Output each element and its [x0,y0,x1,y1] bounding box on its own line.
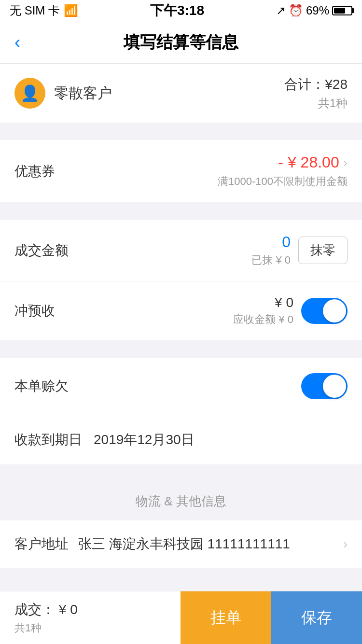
status-bar: 无 SIM 卡 📶 下午3:18 ↗ ⏰ 69% [0,0,362,21]
nav-bar: ‹ 填写结算等信息 [0,21,362,64]
deal-amount-label: 成交金额 [14,241,72,260]
divider3 [0,349,362,358]
total-amount: 合计：¥28 [284,75,348,94]
pre-sub: 应收金额 ¥ 0 [233,312,293,327]
customer-row: 👤 零散客户 合计：¥28 共1种 [0,64,362,123]
bottom-bar: 成交： ¥ 0 共1种 挂单 保存 [0,591,362,644]
status-time: 下午3:18 [150,1,204,20]
total-count: 共1种 [284,96,348,111]
logistics-header-text: 物流 & 其他信息 [136,493,226,510]
coupon-section: 优惠券 - ¥ 28.00 › 满1000-100不限制使用金额 [0,140,362,202]
coupon-chevron: › [343,155,348,170]
bottom-deal-text: 成交： ¥ 0 [14,601,166,619]
deal-amount-wrap: 0 已抹 ¥ 0 [251,233,291,267]
page-title: 填写结算等信息 [124,31,238,54]
divider4 [0,473,362,482]
avatar: 👤 [14,78,45,109]
pre-receive-right: ¥ 0 应收金额 ¥ 0 [233,295,348,327]
customer-name: 零散客户 [54,84,112,103]
debt-toggle-knob [323,375,346,398]
address-label: 客户地址 [14,535,69,553]
divider2 [0,211,362,220]
deal-amount-right: 0 已抹 ¥ 0 抹零 [251,233,348,267]
save-button[interactable]: 保存 [271,591,362,644]
coupon-value-wrap: - ¥ 28.00 › 满1000-100不限制使用金额 [218,154,348,189]
battery-fill [334,8,345,14]
back-button[interactable]: ‹ [14,32,20,53]
status-right: ↗ ⏰ 69% [276,4,352,17]
avatar-icon: 👤 [20,84,40,102]
location-icon: ↗ [276,4,286,17]
hold-button[interactable]: 挂单 [181,591,271,644]
battery-bar [332,6,352,15]
carrier-text: 无 SIM 卡 [10,3,60,18]
logistics-header: 物流 & 其他信息 [0,482,362,520]
due-date-row[interactable]: 收款到期日 2019年12月30日 [0,415,362,464]
bottom-info: 成交： ¥ 0 共1种 [0,591,181,644]
address-chevron: › [343,536,348,552]
wifi-icon: 📶 [64,4,78,17]
due-date-value: 2019年12月30日 [94,431,195,449]
pre-receive-wrap: ¥ 0 应收金额 ¥ 0 [233,295,293,327]
coupon-amount: - ¥ 28.00 [278,154,339,171]
deal-amount-value: 0 [282,233,291,251]
address-section: 客户地址 张三 海淀永丰科技园 11111111111 › [0,520,362,568]
bottom-deal-amount: ¥ 0 [59,602,78,617]
debt-toggle[interactable] [301,373,348,399]
debt-row: 本单赊欠 [0,358,362,415]
customer-section: 👤 零散客户 合计：¥28 共1种 [0,64,362,123]
pre-amount: ¥ 0 [275,295,293,310]
customer-left: 👤 零散客户 [14,78,112,109]
coupon-sub: 满1000-100不限制使用金额 [218,174,348,189]
bottom-count: 共1种 [14,621,166,635]
customer-right: 合计：¥28 共1种 [284,75,348,111]
round-button[interactable]: 抹零 [298,237,348,264]
toggle-knob [323,299,346,322]
status-left: 无 SIM 卡 📶 [10,3,78,18]
address-row[interactable]: 客户地址 张三 海淀永丰科技园 11111111111 › [0,520,362,568]
deal-amount-row: 成交金额 0 已抹 ¥ 0 抹零 [0,220,362,281]
due-date-label: 收款到期日 [14,431,82,449]
pre-receive-toggle[interactable] [301,298,348,324]
pre-receive-row: 冲预收 ¥ 0 应收金额 ¥ 0 [0,281,362,340]
coupon-label: 优惠券 [14,162,72,181]
address-value: 张三 海淀永丰科技园 11111111111 [78,535,343,553]
coupon-row[interactable]: 优惠券 - ¥ 28.00 › 满1000-100不限制使用金额 [0,140,362,202]
debt-label: 本单赊欠 [14,377,72,395]
battery-percent: 69% [306,4,329,17]
deal-sub: 已抹 ¥ 0 [251,253,291,267]
divider1 [0,131,362,140]
pre-receive-label: 冲预收 [14,302,72,320]
debt-section: 本单赊欠 收款到期日 2019年12月30日 [0,358,362,464]
bottom-deal-label: 成交： [14,602,55,617]
deal-section: 成交金额 0 已抹 ¥ 0 抹零 冲预收 ¥ 0 应收金额 ¥ 0 [0,220,362,340]
alarm-icon: ⏰ [289,4,303,17]
